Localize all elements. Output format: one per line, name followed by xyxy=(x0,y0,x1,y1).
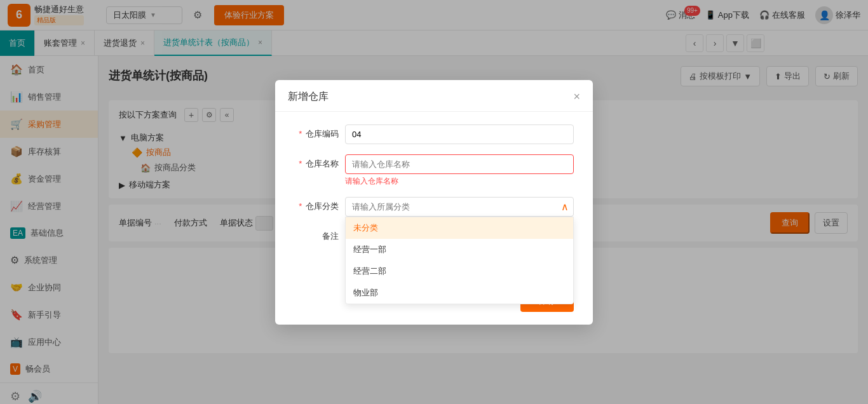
modal-header: 新增仓库 × xyxy=(275,80,593,112)
code-input[interactable] xyxy=(345,125,574,144)
code-input-wrap xyxy=(345,125,574,144)
category-input[interactable] xyxy=(345,197,574,217)
category-label: * 仓库分类 xyxy=(294,197,339,212)
name-label: * 仓库名称 xyxy=(294,154,339,170)
name-input-wrap: 请输入仓库名称 xyxy=(345,154,574,187)
dropdown-item-property[interactable]: 物业部 xyxy=(346,282,573,304)
modal-close-icon[interactable]: × xyxy=(573,91,580,102)
name-form-row: * 仓库名称 请输入仓库名称 xyxy=(294,154,574,187)
modal-overlay: 新增仓库 × * 仓库编码 * 仓库名称 xyxy=(0,0,868,404)
dropdown-item-uncategorized[interactable]: 未分类 xyxy=(346,217,573,239)
dropdown-item-dept2[interactable]: 经营二部 xyxy=(346,260,573,282)
name-input[interactable] xyxy=(345,154,574,174)
category-select-wrap: ∧ 未分类 经营一部 经营二部 物业部 xyxy=(345,197,574,217)
note-label: 备注 xyxy=(294,227,339,242)
category-arrow-icon[interactable]: ∧ xyxy=(561,201,569,213)
category-dropdown: 未分类 经营一部 经营二部 物业部 xyxy=(345,217,574,304)
modal-body: * 仓库编码 * 仓库名称 请输入仓库名称 xyxy=(275,112,593,284)
category-form-row: * 仓库分类 ∧ 未分类 经营一部 经营二部 物业部 xyxy=(294,197,574,217)
modal-title: 新增仓库 xyxy=(288,90,329,104)
name-error-msg: 请输入仓库名称 xyxy=(345,176,574,187)
dropdown-item-dept1[interactable]: 经营一部 xyxy=(346,239,573,260)
code-label: * 仓库编码 xyxy=(294,125,339,140)
code-form-row: * 仓库编码 xyxy=(294,125,574,144)
new-warehouse-modal: 新增仓库 × * 仓库编码 * 仓库名称 xyxy=(275,80,593,325)
